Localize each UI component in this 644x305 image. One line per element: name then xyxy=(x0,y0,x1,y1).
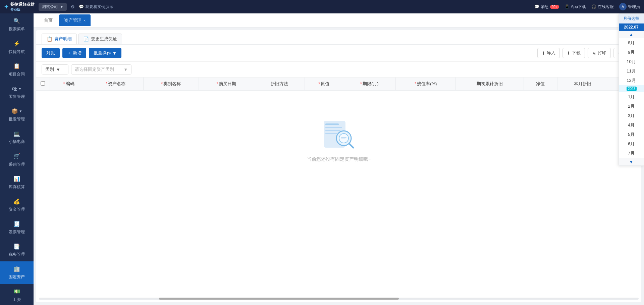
sub-tabs: 📋 资产明细 📄 变更生成凭证 xyxy=(36,30,641,45)
message-badge: 99+ xyxy=(550,5,559,9)
tab-close-icon[interactable]: × xyxy=(84,18,86,22)
horizontal-scrollbar[interactable] xyxy=(39,298,639,300)
sidebar-item-inventory[interactable]: 📊 库存核算 xyxy=(0,171,34,194)
month-panel-year-2022[interactable]: 2022.07 xyxy=(619,23,644,31)
svg-point-6 xyxy=(339,134,348,143)
batch-button[interactable]: 批量操作 ▼ xyxy=(89,48,121,58)
voucher-icon: 📄 xyxy=(83,36,89,42)
sub-tab-voucher[interactable]: 📄 变更生成凭证 xyxy=(78,34,122,44)
message-button[interactable]: 💬 消息 99+ xyxy=(534,4,559,10)
inventory-icon: 📊 xyxy=(13,175,20,183)
sidebar-item-salary[interactable]: 💵 工资 xyxy=(0,284,34,305)
sidebar-label-finance: 资金管理 xyxy=(9,207,25,212)
message-icon: 💬 xyxy=(534,4,539,9)
month-item-1[interactable]: 1月 xyxy=(619,92,644,102)
th-net-value: 净值 xyxy=(524,78,557,91)
asset-table: *编码 *资产名称 *类别名称 *购买日期 折旧方法 *原值 *期限(月) *残… xyxy=(36,78,641,189)
month-item-6[interactable]: 6月 xyxy=(619,139,644,149)
sidebar-item-retail[interactable]: 🛍 ▼ 零售管理 xyxy=(0,81,34,104)
company-selector[interactable]: 测试公司 ▼ xyxy=(39,3,67,11)
asset-detail-icon: 📋 xyxy=(47,36,52,42)
reconcile-button[interactable]: 对账 xyxy=(42,48,60,58)
invoice-icon: 🧾 xyxy=(13,220,20,228)
sidebar-item-asset[interactable]: 🏢 固定资产 xyxy=(0,261,34,284)
month-item-12[interactable]: 12月 xyxy=(619,76,644,85)
chevron-down-icon: ▼ xyxy=(60,5,63,9)
headset-icon: 🎧 xyxy=(591,4,596,9)
month-item-7[interactable]: 7月 xyxy=(619,149,644,158)
purchase-icon: 🛒 xyxy=(13,153,20,160)
category-type-label: 类别 xyxy=(45,66,54,72)
sidebar-item-tax[interactable]: 📑 税务管理 xyxy=(0,239,34,261)
category-type-select[interactable]: 类别 ▼ xyxy=(42,64,68,74)
demo-icon: 💬 xyxy=(79,4,84,9)
sidebar-item-wholesale[interactable]: 📦 ▼ 批发管理 xyxy=(0,104,34,126)
salary-icon: 💵 xyxy=(13,288,20,295)
asset-tab-label: 资产管理 xyxy=(64,17,82,23)
sidebar-label-tax: 税务管理 xyxy=(9,252,25,257)
month-item-9[interactable]: 9月 xyxy=(619,48,644,57)
print-button[interactable]: 🖨 打印 xyxy=(588,48,611,58)
tax-icon: 📑 xyxy=(13,243,20,250)
tab-asset-management[interactable]: 资产管理 × xyxy=(59,14,91,26)
topbar-right: 💬 消息 99+ 📱 App下载 🎧 在线客服 A 管理员 xyxy=(534,3,640,10)
print-icon: 🖨 xyxy=(592,51,596,56)
app-download-button[interactable]: 📱 App下载 xyxy=(565,4,586,10)
month-item-2[interactable]: 2月 xyxy=(619,102,644,111)
ecommerce-icon: 💻 xyxy=(13,130,20,138)
sidebar-item-search[interactable]: 🔍 搜索菜单 xyxy=(0,13,34,36)
import-icon: ⬇ xyxy=(542,51,545,56)
sidebar-label-project: 项目合同 xyxy=(9,71,25,77)
select-all-checkbox[interactable] xyxy=(41,81,45,86)
month-up-nav[interactable]: ▲ xyxy=(619,31,644,38)
month-item-5[interactable]: 5月 xyxy=(619,130,644,139)
sidebar-item-finance[interactable]: 💰 资金管理 xyxy=(0,194,34,216)
download-button[interactable]: ⬇ 下载 xyxy=(562,48,585,58)
category-placeholder: 请选择固定资产类别 xyxy=(75,66,114,72)
month-item-8[interactable]: 8月 xyxy=(619,38,644,48)
th-period: *期限(月) xyxy=(343,78,396,91)
sidebar-item-invoice[interactable]: 🧾 发票管理 xyxy=(0,216,34,239)
year-2023-badge: 2023 xyxy=(627,87,637,91)
app-edition: 专业版 xyxy=(10,7,35,12)
month-panel: 月份选择 2022.07 ▲ 8月 9月 10月 11月 12月 2023 1月… xyxy=(619,13,644,166)
category-input[interactable]: 请选择固定资产类别 ▼ xyxy=(71,64,131,74)
sidebar-label-ecommerce: 小畅电商 xyxy=(9,139,25,145)
quicknav-icon: ⚡ xyxy=(13,40,20,47)
sidebar-item-purchase[interactable]: 🛒 采购管理 xyxy=(0,149,34,171)
user-menu[interactable]: A 管理员 xyxy=(619,3,640,10)
retail-icon: 🛍 xyxy=(12,85,17,93)
batch-label: 批量操作 xyxy=(94,50,111,56)
sidebar-item-quicknav[interactable]: ⚡ 快捷导航 xyxy=(0,36,34,58)
logo-icon: ✦ xyxy=(4,4,8,10)
tab-bar: 首页 资产管理 × xyxy=(34,13,644,28)
online-service-button[interactable]: 🎧 在线客服 xyxy=(591,4,614,10)
month-item-3[interactable]: 3月 xyxy=(619,111,644,120)
month-item-10[interactable]: 10月 xyxy=(619,57,644,66)
sub-tab-voucher-label: 变更生成凭证 xyxy=(91,36,117,42)
month-item-4[interactable]: 4月 xyxy=(619,120,644,130)
project-icon: 📋 xyxy=(13,62,20,70)
add-button[interactable]: ＋ 新增 xyxy=(62,48,86,58)
month-down-nav[interactable]: ▼ xyxy=(619,158,644,165)
empty-row: 当前您还没有固定资产明细哦~ xyxy=(36,91,641,190)
batch-arrow-icon: ▼ xyxy=(112,51,117,56)
filter-row: 类别 ▼ 请选择固定资产类别 ▼ xyxy=(36,62,641,78)
sidebar-item-project[interactable]: 📋 项目合同 xyxy=(0,58,34,81)
svg-rect-4 xyxy=(325,133,337,134)
sub-tab-asset-detail[interactable]: 📋 资产明细 xyxy=(42,34,77,44)
tab-home[interactable]: 首页 xyxy=(39,14,58,26)
retail-arrow-icon: ▼ xyxy=(18,87,22,91)
import-button[interactable]: ⬇ 导入 xyxy=(537,48,560,58)
phone-icon: 📱 xyxy=(565,4,570,9)
demo-link[interactable]: 💬 我要看实例演示 xyxy=(79,4,113,10)
svg-rect-1 xyxy=(325,123,339,125)
settings-icon[interactable]: ⚙ xyxy=(71,4,75,9)
month-item-11[interactable]: 11月 xyxy=(619,66,644,76)
print-label: 打印 xyxy=(598,50,606,56)
month-year-badge: 2023 xyxy=(619,85,644,92)
category-type-arrow: ▼ xyxy=(56,67,60,72)
th-accumulated-depreciation: 期初累计折旧 xyxy=(456,78,524,91)
sidebar-item-ecommerce[interactable]: 💻 小畅电商 xyxy=(0,126,34,149)
th-checkbox xyxy=(36,78,50,91)
